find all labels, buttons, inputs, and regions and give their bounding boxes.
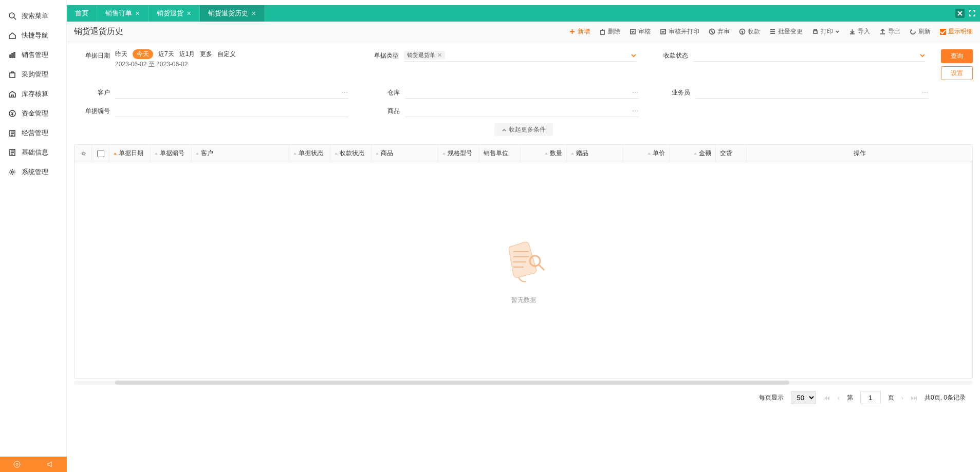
export-button[interactable]: 导出: [879, 27, 900, 36]
col-bill-date[interactable]: 单据日期: [109, 145, 151, 162]
salesman-input[interactable]: ⋯: [695, 86, 929, 99]
abandon-button[interactable]: 弃审: [709, 27, 730, 36]
empty-illustration: [498, 236, 549, 288]
sidebar-item-finance[interactable]: 资金管理: [0, 104, 66, 123]
tab-sales-return[interactable]: 销货退货✕: [149, 5, 200, 22]
ellipsis-icon[interactable]: ⋯: [342, 89, 348, 96]
pager-summary: 共0页, 0条记录: [924, 393, 966, 402]
print-button[interactable]: 打印: [812, 27, 840, 36]
tab-sales-order[interactable]: 销售订单✕: [97, 5, 149, 22]
sidebar-item-basic[interactable]: 基础信息: [0, 143, 66, 162]
prev-page-button[interactable]: ‹: [837, 394, 839, 402]
receive-button[interactable]: 收款: [739, 27, 760, 36]
col-price[interactable]: 单价: [623, 145, 670, 162]
ellipsis-icon[interactable]: ⋯: [632, 89, 639, 96]
per-page-select[interactable]: 50: [791, 391, 816, 404]
first-page-button[interactable]: ⏮: [823, 394, 830, 402]
scrollbar-thumb[interactable]: [115, 381, 789, 385]
sidebar-item-business[interactable]: 经营管理: [0, 123, 66, 143]
col-unit[interactable]: 销售单位: [479, 145, 521, 162]
col-deliver[interactable]: 交货: [716, 145, 747, 162]
gear-icon: [80, 150, 87, 157]
next-page-button[interactable]: ›: [901, 394, 903, 402]
audit-print-button[interactable]: 审核并打印: [660, 27, 699, 36]
svg-rect-2: [12, 53, 13, 58]
horizontal-scrollbar[interactable]: [74, 381, 973, 385]
warehouse-icon: [8, 90, 16, 98]
date-opt-custom[interactable]: 自定义: [217, 50, 236, 59]
tab-home[interactable]: 首页: [67, 5, 97, 22]
delete-button[interactable]: 删除: [599, 27, 620, 36]
col-qty[interactable]: 数量: [521, 145, 567, 162]
tab-sales-return-history[interactable]: 销货退货历史✕: [200, 5, 265, 22]
tag-remove-icon[interactable]: ✕: [437, 52, 442, 59]
show-detail-toggle[interactable]: 显示明细: [940, 27, 973, 36]
fullscreen-icon[interactable]: [969, 10, 976, 17]
filter-label: 单据类型: [363, 49, 399, 60]
date-opt-7days[interactable]: 近7天: [158, 50, 174, 59]
sidebar-item-label: 搜索菜单: [22, 11, 48, 21]
warehouse-input[interactable]: ⋯: [405, 86, 638, 99]
sidebar-item-label: 系统管理: [22, 167, 48, 177]
col-customer[interactable]: 客户: [192, 145, 289, 162]
tab-label: 销货退货: [157, 9, 183, 18]
query-button[interactable]: 查询: [941, 49, 973, 63]
collapse-filters-button[interactable]: 收起更多条件: [494, 123, 553, 136]
sidebar-item-sales[interactable]: 销售管理: [0, 45, 66, 65]
sidebar-item-purchase[interactable]: 采购管理: [0, 65, 66, 84]
settings-button[interactable]: 设置: [941, 66, 973, 80]
col-checkbox[interactable]: [92, 145, 109, 162]
col-goods[interactable]: 商品: [372, 145, 438, 162]
sidebar-item-inventory[interactable]: 库存核算: [0, 84, 66, 104]
import-button[interactable]: 导入: [849, 27, 870, 36]
sidebar-item-nav[interactable]: 快捷导航: [0, 26, 66, 45]
sidebar-item-label: 资金管理: [22, 109, 48, 118]
select-all-checkbox[interactable]: [97, 150, 104, 157]
filter-label: 商品: [364, 105, 400, 116]
col-bill-status[interactable]: 单据状态: [289, 145, 330, 162]
ellipsis-icon[interactable]: ⋯: [632, 107, 639, 115]
sidebar-item-label: 快捷导航: [22, 31, 48, 40]
bill-no-input[interactable]: [115, 105, 348, 117]
bill-type-select[interactable]: 销货退货单✕: [404, 49, 636, 62]
svg-point-8: [11, 171, 13, 173]
goods-input[interactable]: ⋯: [405, 105, 638, 117]
receive-status-select[interactable]: [693, 49, 926, 62]
refresh-button[interactable]: 刷新: [910, 27, 931, 36]
close-icon[interactable]: ✕: [187, 10, 191, 17]
page-label-post: 页: [888, 393, 894, 402]
last-page-button[interactable]: ⏭: [911, 394, 917, 402]
add-button[interactable]: 新增: [569, 27, 590, 36]
chart-icon: [8, 51, 16, 59]
svg-rect-4: [10, 73, 15, 78]
col-bill-no[interactable]: 单据编号: [151, 145, 192, 162]
per-page-label: 每页显示: [759, 393, 784, 402]
col-gift[interactable]: 赠品: [567, 145, 623, 162]
tab-label: 销售订单: [105, 9, 132, 18]
date-opt-yesterday[interactable]: 昨天: [115, 50, 127, 59]
ellipsis-icon[interactable]: ⋯: [922, 89, 929, 96]
sidebar-item-search[interactable]: 搜索菜单: [0, 6, 66, 26]
filter-label: 单据日期: [74, 49, 110, 60]
date-opt-today[interactable]: 今天: [133, 49, 153, 59]
checkbox-checked-icon: [940, 29, 946, 35]
batch-button[interactable]: 批量变更: [769, 27, 803, 36]
date-opt-more[interactable]: 更多: [200, 50, 212, 59]
col-spec[interactable]: 规格型号: [438, 145, 479, 162]
audit-button[interactable]: 审核: [630, 27, 651, 36]
col-amount[interactable]: 金额: [670, 145, 716, 162]
sidebar-item-system[interactable]: 系统管理: [0, 162, 66, 182]
close-icon[interactable]: ✕: [251, 10, 256, 17]
page-input[interactable]: [860, 391, 881, 404]
col-receive-status[interactable]: 收款状态: [330, 145, 372, 162]
customer-input[interactable]: ⋯: [115, 86, 348, 99]
sidebar-item-label: 基础信息: [22, 148, 48, 157]
date-opt-1month[interactable]: 近1月: [179, 50, 195, 59]
close-all-button[interactable]: [955, 9, 965, 18]
svg-point-17: [82, 153, 84, 155]
close-icon[interactable]: ✕: [135, 10, 140, 17]
filter-label: 客户: [74, 86, 110, 97]
col-settings[interactable]: [75, 145, 92, 162]
sidebar-item-label: 销售管理: [22, 50, 48, 60]
filter-label: 仓库: [364, 86, 400, 97]
